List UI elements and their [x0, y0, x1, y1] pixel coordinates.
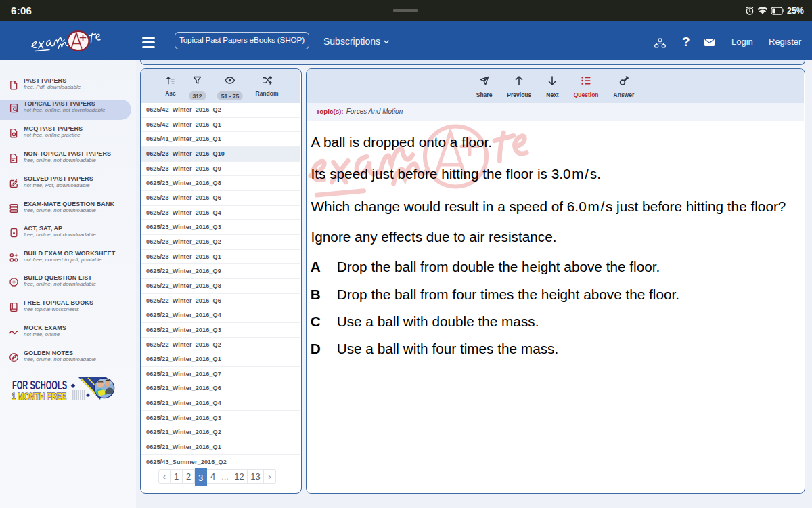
- svg-text:1 MONTH FREE: 1 MONTH FREE: [12, 391, 66, 402]
